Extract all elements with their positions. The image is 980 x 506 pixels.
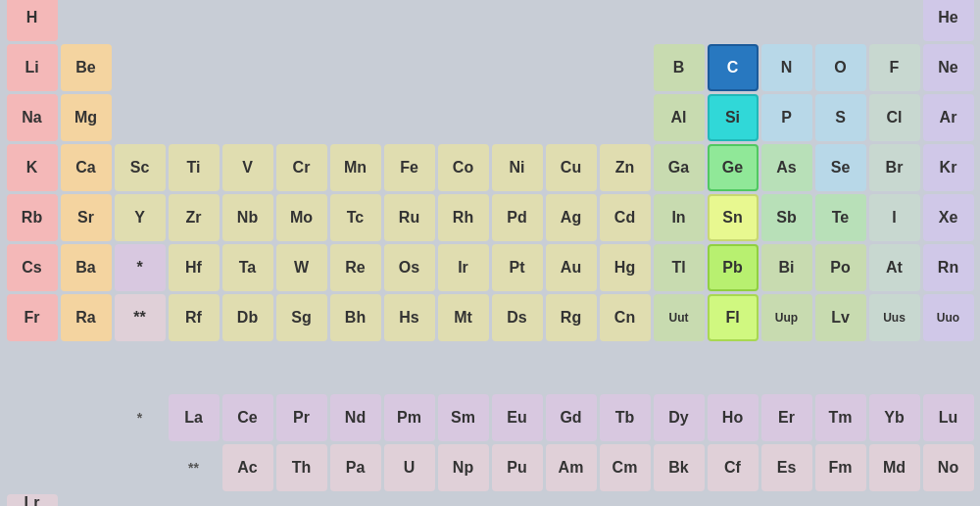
element-P[interactable]: P <box>761 94 812 141</box>
element-Hg[interactable]: Hg <box>600 244 651 291</box>
element-S[interactable]: S <box>815 94 866 141</box>
element-Ba[interactable]: Ba <box>61 244 112 291</box>
element-Ra[interactable]: Ra <box>61 294 112 341</box>
element-Au[interactable]: Au <box>546 244 597 291</box>
element-Fl[interactable]: Fl <box>708 294 759 341</box>
element-Ac[interactable]: Ac <box>222 444 273 491</box>
element-Db[interactable]: Db <box>222 294 273 341</box>
element-Uut[interactable]: Uut <box>654 294 705 341</box>
element-Kr[interactable]: Kr <box>923 144 974 191</box>
element-Yb[interactable]: Yb <box>869 394 920 441</box>
element-Hs[interactable]: Hs <box>384 294 435 341</box>
element-Cl[interactable]: Cl <box>869 94 920 141</box>
element-He[interactable]: He <box>923 0 974 41</box>
element-Rh[interactable]: Rh <box>438 194 489 241</box>
element-Es[interactable]: Es <box>761 444 812 491</box>
element-Ti[interactable]: Ti <box>169 144 220 191</box>
element-Nb[interactable]: Nb <box>222 194 273 241</box>
element-Dy[interactable]: Dy <box>654 394 705 441</box>
element-Md[interactable]: Md <box>869 444 920 491</box>
element-C[interactable]: C <box>708 44 759 91</box>
element-La[interactable]: La <box>169 394 220 441</box>
element-Te[interactable]: Te <box>815 194 866 241</box>
element-Ho[interactable]: Ho <box>708 394 759 441</box>
element-Cu[interactable]: Cu <box>546 144 597 191</box>
element-Be[interactable]: Be <box>61 44 112 91</box>
element-I[interactable]: I <box>869 194 920 241</box>
element-dstar[interactable]: ** <box>115 294 166 341</box>
element-Ta[interactable]: Ta <box>222 244 273 291</box>
element-Ds[interactable]: Ds <box>492 294 543 341</box>
element-B[interactable]: B <box>654 44 705 91</box>
element-Mn[interactable]: Mn <box>330 144 381 191</box>
element-Mt[interactable]: Mt <box>438 294 489 341</box>
element-Ir[interactable]: Ir <box>438 244 489 291</box>
element-Pa[interactable]: Pa <box>330 444 381 491</box>
element-Cf[interactable]: Cf <box>708 444 759 491</box>
element-W[interactable]: W <box>276 244 327 291</box>
element-U[interactable]: U <box>384 444 435 491</box>
element-Uuo[interactable]: Uuo <box>923 294 974 341</box>
element-Po[interactable]: Po <box>815 244 866 291</box>
element-Pd[interactable]: Pd <box>492 194 543 241</box>
element-Lr[interactable]: Lr <box>7 494 58 506</box>
element-Pb[interactable]: Pb <box>708 244 759 291</box>
element-Bi[interactable]: Bi <box>761 244 812 291</box>
element-Na[interactable]: Na <box>7 94 58 141</box>
element-K[interactable]: K <box>7 144 58 191</box>
element-Rb[interactable]: Rb <box>7 194 58 241</box>
element-Gd[interactable]: Gd <box>546 394 597 441</box>
element-Al[interactable]: Al <box>654 94 705 141</box>
element-Os[interactable]: Os <box>384 244 435 291</box>
element-Br[interactable]: Br <box>869 144 920 191</box>
element-Ga[interactable]: Ga <box>654 144 705 191</box>
element-Co[interactable]: Co <box>438 144 489 191</box>
element-Si[interactable]: Si <box>708 94 759 141</box>
element-Mo[interactable]: Mo <box>276 194 327 241</box>
element-Tm[interactable]: Tm <box>815 394 866 441</box>
element-star[interactable]: * <box>115 244 166 291</box>
element-Se[interactable]: Se <box>815 144 866 191</box>
element-As[interactable]: As <box>761 144 812 191</box>
element-Th[interactable]: Th <box>276 444 327 491</box>
element-Fe[interactable]: Fe <box>384 144 435 191</box>
element-Ne[interactable]: Ne <box>923 44 974 91</box>
element-Lv[interactable]: Lv <box>815 294 866 341</box>
element-Rf[interactable]: Rf <box>169 294 220 341</box>
element-Am[interactable]: Am <box>546 444 597 491</box>
element-Pu[interactable]: Pu <box>492 444 543 491</box>
element-Re[interactable]: Re <box>330 244 381 291</box>
element-Fr[interactable]: Fr <box>7 294 58 341</box>
element-Sb[interactable]: Sb <box>761 194 812 241</box>
element-Bh[interactable]: Bh <box>330 294 381 341</box>
element-Fm[interactable]: Fm <box>815 444 866 491</box>
element-Uus[interactable]: Uus <box>869 294 920 341</box>
element-Cs[interactable]: Cs <box>7 244 58 291</box>
element-At[interactable]: At <box>869 244 920 291</box>
element-Xe[interactable]: Xe <box>923 194 974 241</box>
element-Cr[interactable]: Cr <box>276 144 327 191</box>
element-Cn[interactable]: Cn <box>600 294 651 341</box>
element-Pm[interactable]: Pm <box>384 394 435 441</box>
element-Uup[interactable]: Uup <box>761 294 812 341</box>
element-F[interactable]: F <box>869 44 920 91</box>
element-Sg[interactable]: Sg <box>276 294 327 341</box>
element-Tb[interactable]: Tb <box>600 394 651 441</box>
element-Ag[interactable]: Ag <box>546 194 597 241</box>
element-Tc[interactable]: Tc <box>330 194 381 241</box>
element-Rg[interactable]: Rg <box>546 294 597 341</box>
element-Er[interactable]: Er <box>761 394 812 441</box>
element-H[interactable]: H <box>7 0 58 41</box>
element-Hf[interactable]: Hf <box>169 244 220 291</box>
element-N[interactable]: N <box>761 44 812 91</box>
element-Li[interactable]: Li <box>7 44 58 91</box>
element-Ar[interactable]: Ar <box>923 94 974 141</box>
element-Ca[interactable]: Ca <box>61 144 112 191</box>
element-Ge[interactable]: Ge <box>708 144 759 191</box>
element-Sn[interactable]: Sn <box>708 194 759 241</box>
element-Sc[interactable]: Sc <box>115 144 166 191</box>
element-Np[interactable]: Np <box>438 444 489 491</box>
element-Cm[interactable]: Cm <box>600 444 651 491</box>
element-Lu[interactable]: Lu <box>923 394 974 441</box>
element-Y[interactable]: Y <box>115 194 166 241</box>
